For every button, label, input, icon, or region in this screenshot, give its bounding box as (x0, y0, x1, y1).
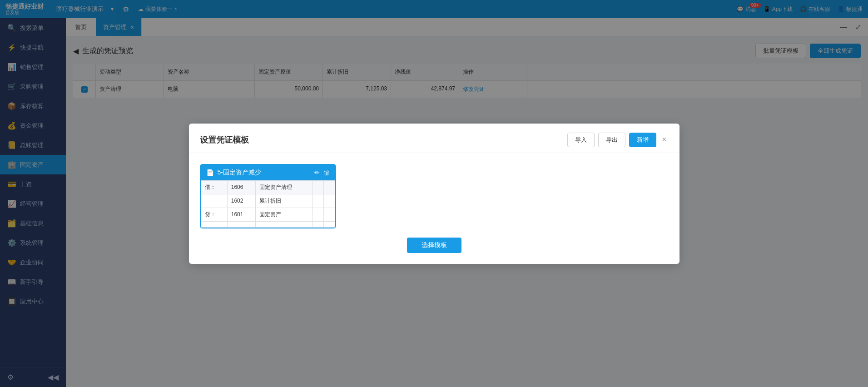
t-type-2 (201, 194, 227, 208)
export-btn[interactable]: 导出 (598, 133, 625, 147)
import-btn[interactable]: 导入 (567, 133, 595, 147)
t-credit-2 (324, 194, 335, 208)
template-delete-icon[interactable]: 🗑 (323, 169, 330, 176)
template-row-1: 借： 1606 固定资产清理 (201, 180, 335, 194)
template-row-4 (201, 221, 335, 227)
t-name-1: 固定资产清理 (255, 180, 312, 194)
template-card-header-actions: ✏ 🗑 (314, 169, 330, 176)
select-template-btn[interactable]: 选择模板 (407, 238, 461, 253)
template-card-header: 📄 5-固定资产减少 ✏ 🗑 (201, 165, 335, 180)
t-credit-4 (324, 221, 335, 227)
t-code-4 (227, 221, 255, 227)
modal-header: 设置凭证模板 导入 导出 新增 × (189, 124, 680, 153)
modal-close-btn[interactable]: × (660, 135, 669, 144)
t-debit-3 (313, 208, 324, 221)
t-code-3: 1601 (227, 208, 255, 221)
modal-body: 📄 5-固定资产减少 ✏ 🗑 借： 1606 固 (189, 153, 680, 264)
t-debit-4 (313, 221, 324, 227)
modal-dialog: 设置凭证模板 导入 导出 新增 × 📄 5-固定资产减少 ✏ 🗑 (189, 124, 680, 264)
t-code-2: 1602 (227, 194, 255, 208)
t-type-1: 借： (201, 180, 227, 194)
t-credit-3 (324, 208, 335, 221)
template-name: 5-固定资产减少 (218, 169, 261, 177)
t-name-2: 累计折旧 (255, 194, 312, 208)
template-card-header-left: 📄 5-固定资产减少 (206, 169, 261, 177)
t-code-1: 1606 (227, 180, 255, 194)
t-name-3: 固定资产 (255, 208, 312, 221)
modal-title: 设置凭证模板 (200, 134, 249, 145)
template-doc-icon: 📄 (206, 169, 214, 176)
t-debit-2 (313, 194, 324, 208)
template-card-body: 借： 1606 固定资产清理 1602 累计折旧 (201, 180, 335, 228)
t-credit-1 (324, 180, 335, 194)
modal-overlay: 设置凭证模板 导入 导出 新增 × 📄 5-固定资产减少 ✏ 🗑 (0, 0, 868, 387)
template-row-2: 1602 累计折旧 (201, 194, 335, 208)
t-type-4 (201, 221, 227, 227)
template-table: 借： 1606 固定资产清理 1602 累计折旧 (201, 180, 335, 228)
modal-header-actions: 导入 导出 新增 × (567, 133, 669, 147)
t-name-4 (255, 221, 312, 227)
t-type-3: 贷： (201, 208, 227, 221)
template-row-3: 贷： 1601 固定资产 (201, 208, 335, 221)
t-debit-1 (313, 180, 324, 194)
template-edit-icon[interactable]: ✏ (314, 169, 320, 176)
template-card: 📄 5-固定资产减少 ✏ 🗑 借： 1606 固 (200, 164, 336, 228)
new-btn[interactable]: 新增 (629, 133, 656, 147)
